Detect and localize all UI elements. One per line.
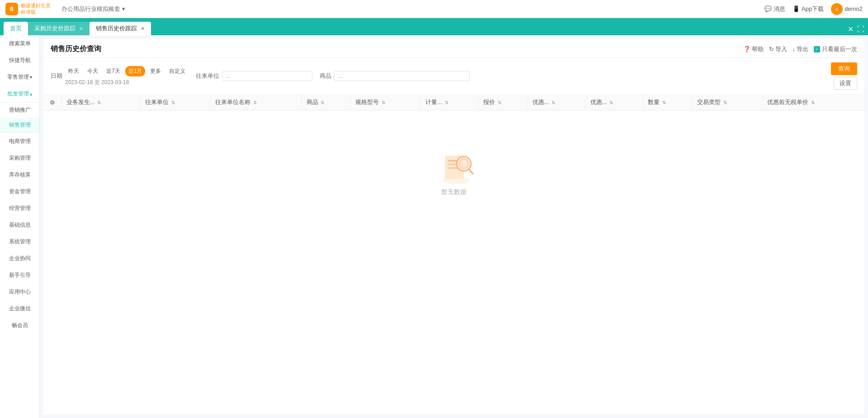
sort-icon: ⇅ xyxy=(382,100,385,105)
col-trade-type[interactable]: 交易类型 ⇅ xyxy=(693,95,763,110)
partner-input[interactable]: ... xyxy=(222,71,312,81)
date-btn-today[interactable]: 今天 xyxy=(84,66,101,76)
top-bar-left: 6 畅捷通好生意 标准版 办公用品行业模拟账套 ▾ xyxy=(5,3,125,15)
sidebar-item-wholesale[interactable]: 批发管理 ▴ xyxy=(0,86,39,102)
sidebar-item-finance[interactable]: 资金管理 xyxy=(0,183,39,200)
top-bar: 6 畅捷通好生意 标准版 办公用品行业模拟账套 ▾ 💬 消息 📱 App下载 d… xyxy=(0,0,868,18)
tab-bar-controls: ✕ ⛶ xyxy=(844,25,868,35)
filter-actions: 查询 设置 xyxy=(831,62,857,90)
col-spec[interactable]: 规格型号 ⇅ xyxy=(351,95,421,110)
col-product[interactable]: 商品 ⇅ xyxy=(302,95,351,110)
logo-text: 畅捷通好生意 标准版 xyxy=(21,3,51,14)
chevron-down-icon: ▾ xyxy=(30,75,32,80)
avatar: d xyxy=(831,3,843,15)
svg-line-6 xyxy=(469,169,473,174)
sidebar-item-system[interactable]: 系统管理 xyxy=(0,233,39,250)
sidebar-item-operation[interactable]: 经营管理 xyxy=(0,200,39,217)
date-range: 2023-02-18 至 2023-03-18 xyxy=(65,79,189,86)
sidebar-item-inventory[interactable]: 库存核算 xyxy=(0,166,39,183)
date-buttons: 昨天 今天 近7天 近1月 更多 自定义 xyxy=(65,66,189,76)
sort-icon: ⇅ xyxy=(498,100,501,105)
sidebar-item-guide[interactable]: 新手引导 xyxy=(0,267,39,284)
table-header-row: ⚙ 业务发生... ⇅ 往来单位 ⇅ 往来单位名称 xyxy=(43,95,864,110)
svg-rect-3 xyxy=(448,164,458,165)
only-last-checkbox[interactable] xyxy=(814,46,820,52)
sort-icon: ⇅ xyxy=(445,100,448,105)
sidebar-item-ecommerce[interactable]: 电商管理 xyxy=(0,133,39,150)
sidebar-item-sales-mgr[interactable]: 销售管理 xyxy=(0,118,39,133)
sidebar-item-wechat[interactable]: 企业微信 xyxy=(0,300,39,317)
query-button[interactable]: 查询 xyxy=(831,62,857,75)
sidebar-item-search[interactable]: 搜索菜单 xyxy=(0,35,39,52)
logo-icon: 6 xyxy=(5,3,18,15)
sidebar-item-member[interactable]: 畅会员 xyxy=(0,317,39,334)
col-partner-name[interactable]: 往来单位名称 ⇅ xyxy=(211,95,302,110)
date-filter: 日期 昨天 今天 近7天 近1月 更多 自定义 2023-02-18 至 202… xyxy=(51,66,189,86)
product-placeholder: ... xyxy=(338,73,343,79)
col-discount2[interactable]: 优惠... ⇅ xyxy=(585,95,643,110)
export-icon: ↓ xyxy=(793,46,796,52)
data-table: ⚙ 业务发生... ⇅ 往来单位 ⇅ 往来单位名称 xyxy=(43,95,864,110)
download-button[interactable]: 📱 App下载 xyxy=(793,5,824,13)
col-quantity[interactable]: 数量 ⇅ xyxy=(643,95,693,110)
col-biz-date[interactable]: 业务发生... ⇅ xyxy=(61,95,140,110)
filter-bar: 日期 昨天 今天 近7天 近1月 更多 自定义 2023-02-18 至 202… xyxy=(43,58,864,95)
import-button[interactable]: ↻ 导入 xyxy=(769,45,787,53)
col-no-tax-price[interactable]: 优惠前无税单价 ⇅ xyxy=(763,95,864,110)
product-label: 商品 xyxy=(320,72,331,80)
settings-button[interactable]: 设置 xyxy=(834,77,857,90)
empty-state: 暂无数据 xyxy=(43,110,864,223)
message-button[interactable]: 💬 消息 xyxy=(764,5,785,13)
message-icon: 💬 xyxy=(764,5,772,12)
logo-area: 6 畅捷通好生意 标准版 xyxy=(5,3,51,15)
date-btn-1month[interactable]: 近1月 xyxy=(125,66,146,76)
app-selector[interactable]: 办公用品行业模拟账套 ▾ xyxy=(61,5,125,13)
col-partner-code[interactable]: 往来单位 ⇅ xyxy=(140,95,210,110)
sidebar-item-app-center[interactable]: 应用中心 xyxy=(0,284,39,300)
export-button[interactable]: ↓ 导出 xyxy=(793,45,809,53)
partner-filter: 往来单位 ... xyxy=(196,71,312,81)
sidebar-item-marketing[interactable]: 营销推广 xyxy=(0,102,39,118)
sidebar-item-basic[interactable]: 基础信息 xyxy=(0,217,39,233)
sort-icon: ⇅ xyxy=(171,100,175,105)
close-window-button[interactable]: ✕ xyxy=(848,25,854,33)
empty-text: 暂无数据 xyxy=(441,188,467,196)
tab-home[interactable]: 首页 xyxy=(4,22,28,35)
product-input[interactable]: ... xyxy=(334,71,470,81)
partner-placeholder: ... xyxy=(226,73,231,79)
only-last-checkbox-label[interactable]: 只看最后一次 xyxy=(814,45,857,53)
sidebar-item-purchase-mgr[interactable]: 采购管理 xyxy=(0,150,39,166)
col-price[interactable]: 报价 ⇅ xyxy=(479,95,528,110)
date-btn-more[interactable]: 更多 xyxy=(147,66,164,76)
download-icon: 📱 xyxy=(793,5,800,12)
col-unit[interactable]: 计量... ⇅ xyxy=(421,95,479,110)
sidebar-item-enterprise[interactable]: 企业协同 xyxy=(0,250,39,267)
sort-icon: ⇅ xyxy=(811,100,815,105)
close-sales-tab[interactable]: ✕ xyxy=(141,26,145,32)
import-icon: ↻ xyxy=(769,46,774,52)
sidebar-item-shortcut[interactable]: 快捷导航 xyxy=(0,52,39,69)
sidebar-item-retail[interactable]: 零售管理 ▾ xyxy=(0,69,39,86)
chevron-up-icon: ▴ xyxy=(30,91,32,96)
col-discount1[interactable]: 优惠... ⇅ xyxy=(528,95,585,110)
sort-icon: ⇅ xyxy=(253,100,257,105)
page-title-bar: 销售历史价查询 ❓ 帮助 ↻ 导入 ↓ 导出 xyxy=(43,39,864,58)
sort-icon: ⇅ xyxy=(609,100,613,105)
sort-icon: ⇅ xyxy=(552,100,555,105)
help-button[interactable]: ❓ 帮助 xyxy=(743,45,764,53)
empty-icon xyxy=(436,147,472,183)
tab-sales[interactable]: 销售历史价跟踪 ✕ xyxy=(90,22,151,35)
tab-bar: 首页 采购历史价跟踪 ✕ 销售历史价跟踪 ✕ ✕ ⛶ xyxy=(0,18,868,35)
date-btn-yesterday[interactable]: 昨天 xyxy=(65,66,82,76)
close-purchase-tab[interactable]: ✕ xyxy=(79,26,83,32)
help-icon: ❓ xyxy=(743,46,750,52)
date-btn-custom[interactable]: 自定义 xyxy=(166,66,189,76)
sort-icon: ⇅ xyxy=(662,100,666,105)
date-btn-7days[interactable]: 近7天 xyxy=(103,66,123,76)
top-bar-right: 💬 消息 📱 App下载 d demo2 xyxy=(764,3,863,15)
chevron-down-icon: ▾ xyxy=(122,5,125,12)
user-profile[interactable]: d demo2 xyxy=(831,3,863,15)
maximize-button[interactable]: ⛶ xyxy=(857,25,864,33)
tab-purchase[interactable]: 采购历史价跟踪 ✕ xyxy=(28,22,90,35)
col-settings[interactable]: ⚙ xyxy=(43,95,61,110)
